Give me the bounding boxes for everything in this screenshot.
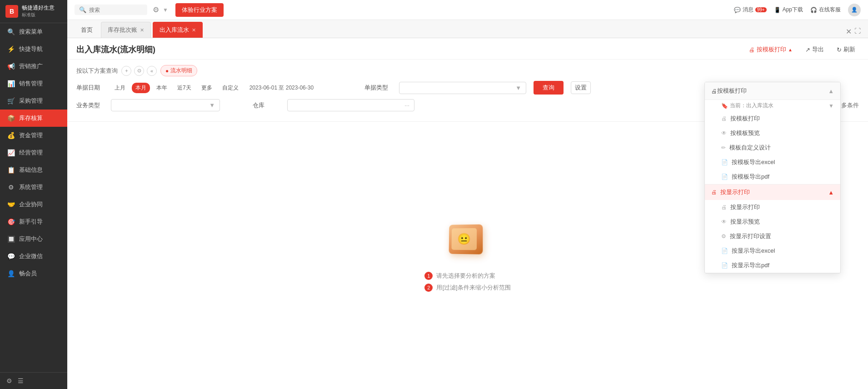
tab-close-all-icon[interactable]: ✕: [846, 27, 852, 36]
sidebar-scroll: 🔍 搜索菜单 ⚡ 快捷导航 📢 营销推广 📊 销售管理 🛒 采购管理 📦 库存核…: [0, 23, 67, 372]
print-dropdown-panel: 🖨 按模板打印 ▲ 🔖 当前：出入库流水 ▼ 🖨 按模板打印: [704, 82, 841, 274]
guide-icon: 🎯: [6, 218, 15, 225]
date-option-this-year[interactable]: 本年: [153, 83, 171, 93]
tab-batch-account-close[interactable]: ✕: [140, 27, 144, 33]
template-preview-icon: 👁: [721, 130, 727, 136]
tab-home-label: 首页: [81, 26, 93, 34]
date-range-display: 2023-06-01 至 2023-06-30: [249, 84, 314, 92]
date-option-custom[interactable]: 自定义: [219, 83, 242, 93]
doc-type-select[interactable]: ▼: [399, 82, 526, 94]
sidebar-item-basic-info[interactable]: 📋 基础信息: [0, 161, 67, 179]
dropdown-up-arrow-icon[interactable]: ▲: [828, 88, 834, 95]
logo-text: 畅捷通好生意: [22, 5, 55, 12]
template-print-item[interactable]: 🖨 按模板打印: [705, 111, 840, 126]
sidebar-item-quick-nav[interactable]: ⚡ 快捷导航: [0, 40, 67, 58]
display-preview-label: 按显示预览: [730, 218, 760, 226]
display-preview-icon: 👁: [721, 219, 727, 225]
date-filter-label: 单据日期: [76, 84, 104, 92]
page-header: 出入库流水(流水明细) 🖨 按模板打印 ▲ ↗ 导出 ↻ 刷新: [67, 38, 868, 60]
filter-settings-icon[interactable]: ⊙: [134, 66, 144, 76]
user-avatar[interactable]: 👤: [848, 4, 861, 16]
filter-add-icon[interactable]: ＋: [121, 66, 131, 76]
customer-service-button[interactable]: 🎧 在线客服: [810, 6, 841, 14]
sidebar-item-inventory[interactable]: 📦 库存核算: [0, 110, 67, 127]
sidebar-settings-icon[interactable]: ⚙: [6, 377, 12, 384]
sidebar-item-cooperation[interactable]: 🤝 企业协同: [0, 196, 67, 213]
display-print-settings-item[interactable]: ⚙ 按显示打印设置: [705, 229, 840, 244]
sidebar-item-system[interactable]: ⚙ 系统管理: [0, 179, 67, 196]
search-input[interactable]: [89, 7, 139, 13]
template-custom-item[interactable]: ✏ 模板自定义设计: [705, 140, 840, 155]
sidebar-bottom: ⚙ ☰: [0, 372, 67, 389]
sidebar-item-guide[interactable]: 🎯 新手引导: [0, 213, 67, 230]
sidebar-item-marketing[interactable]: 📢 营销推广: [0, 58, 67, 75]
date-option-7days[interactable]: 近7天: [174, 83, 195, 93]
sidebar-item-app-center[interactable]: 🔲 应用中心: [0, 230, 67, 248]
date-options: 上月 本月 本年 近7天 更多 自定义: [111, 83, 242, 93]
refresh-button[interactable]: ↻ 刷新: [833, 44, 859, 55]
sidebar-item-label: 销售管理: [19, 80, 61, 88]
print-template-button[interactable]: 🖨 按模板打印 ▲: [745, 44, 796, 55]
query-button[interactable]: 查询: [534, 81, 564, 95]
sidebar-item-operations[interactable]: 📈 经营管理: [0, 144, 67, 161]
export-icon: ↗: [805, 46, 810, 53]
display-excel-item[interactable]: 📄 按显示导出excel: [705, 244, 840, 258]
tab-flow-detail[interactable]: 出入库流水 ✕: [153, 22, 203, 38]
template-custom-label: 模板自定义设计: [729, 144, 771, 152]
filter-icons: ＋ ⊙ «: [121, 66, 157, 76]
tab-flow-detail-close[interactable]: ✕: [192, 27, 196, 33]
current-template-label: 🔖 当前：出入库流水 ▼: [705, 100, 840, 111]
filter-section-label: 按以下方案查询: [76, 67, 118, 75]
app-download-button[interactable]: 📱 App下载: [774, 6, 803, 14]
tab-batch-account[interactable]: 库存批次账 ✕: [101, 22, 151, 38]
display-print-item[interactable]: 🖨 按显示打印: [705, 200, 840, 214]
app-center-icon: 🔲: [6, 235, 15, 243]
sidebar-item-purchase[interactable]: 🛒 采购管理: [0, 92, 67, 110]
display-print-section-header[interactable]: 🖨 按显示打印 ▲: [705, 185, 840, 200]
date-option-last-month[interactable]: 上月: [111, 83, 129, 93]
sidebar-item-label: 系统管理: [19, 183, 61, 191]
message-button[interactable]: 💬 消息 99+: [734, 6, 767, 14]
active-filter-tag[interactable]: ● 流水明细: [160, 65, 197, 76]
sidebar-item-member[interactable]: 👤 畅会员: [0, 265, 67, 282]
sidebar-item-search-menu[interactable]: 🔍 搜索菜单: [0, 23, 67, 40]
dropdown-arrow-icon[interactable]: ▼: [163, 7, 168, 13]
sidebar-item-label: 新手引导: [19, 218, 61, 226]
date-option-this-month[interactable]: 本月: [132, 83, 150, 93]
sidebar-item-sales[interactable]: 📊 销售管理: [0, 75, 67, 92]
template-pdf-item[interactable]: 📄 按模板导出pdf: [705, 170, 840, 184]
topbar-search-box[interactable]: 🔍: [75, 5, 147, 15]
date-option-more[interactable]: 更多: [198, 83, 216, 93]
query-label: 查询: [543, 84, 554, 92]
template-excel-icon: 📄: [721, 159, 728, 165]
settings-button[interactable]: 设置: [571, 81, 591, 94]
warehouse-label: 仓库: [253, 101, 280, 110]
settings-gear-icon[interactable]: ⚙: [153, 5, 159, 14]
page-actions: 🖨 按模板打印 ▲ ↗ 导出 ↻ 刷新: [745, 44, 859, 55]
sidebar-item-label: 搜索菜单: [19, 28, 61, 36]
export-button[interactable]: ↗ 导出: [802, 44, 828, 55]
tab-flow-detail-label: 出入库流水: [160, 26, 189, 34]
sidebar-item-label: 企业微信: [19, 252, 61, 260]
message-icon: 💬: [734, 7, 741, 13]
customer-service-label: 在线客服: [819, 6, 841, 14]
template-preview-item[interactable]: 👁 按模板预览: [705, 126, 840, 140]
filter-collapse-icon[interactable]: «: [147, 66, 157, 76]
template-print-section: 🖨 按模板打印 👁 按模板预览 ✏ 模板自定义设计 📄 按模板导出excel: [705, 111, 840, 185]
display-pdf-item[interactable]: 📄 按显示导出pdf: [705, 258, 840, 273]
biz-type-select[interactable]: ▼: [111, 99, 220, 111]
message-label: 消息: [743, 6, 753, 14]
sidebar-item-finance[interactable]: 💰 资金管理: [0, 127, 67, 144]
biz-type-label: 业务类型: [76, 101, 104, 110]
warehouse-select[interactable]: ···: [287, 99, 414, 111]
sidebar-menu-icon[interactable]: ☰: [18, 377, 24, 384]
display-print-settings-label: 按显示打印设置: [730, 232, 771, 240]
industry-solution-button[interactable]: 体验行业方案: [175, 3, 224, 17]
display-preview-item[interactable]: 👁 按显示预览: [705, 214, 840, 229]
tab-expand-icon[interactable]: ⛶: [854, 27, 861, 36]
sidebar-item-wechat[interactable]: 💬 企业微信: [0, 248, 67, 265]
empty-step-1: 1 请先选择要分析的方案: [424, 272, 510, 280]
template-excel-item[interactable]: 📄 按模板导出excel: [705, 155, 840, 170]
box-body: 😐: [449, 224, 483, 254]
tab-home[interactable]: 首页: [75, 22, 99, 38]
